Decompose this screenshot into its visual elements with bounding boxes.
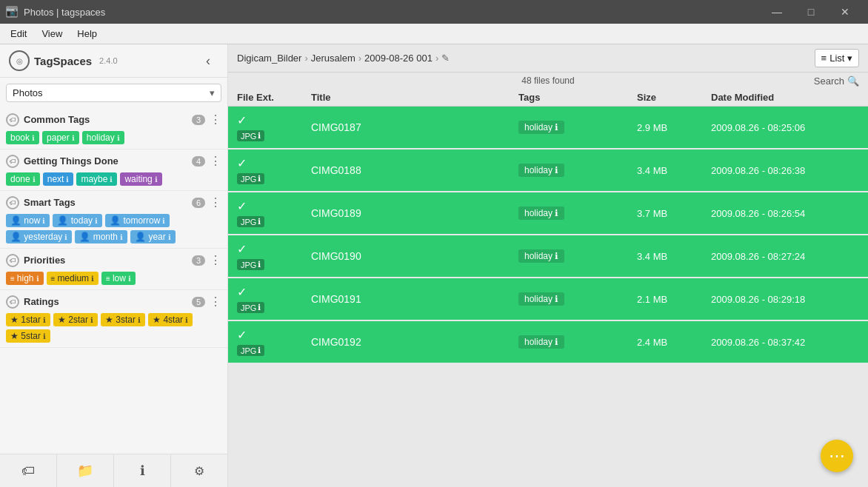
menubar: Edit View Help [0,24,868,44]
tag-holiday[interactable]: holiday ℹ [82,131,124,144]
file-tags: holiday ℹ [518,335,637,349]
smart-tags-list: 👤 now ℹ 👤 today ℹ 👤 tomorrow ℹ 👤 yesterd… [6,214,221,243]
tag-1star[interactable]: ★ 1star ℹ [6,313,50,326]
breadcrumb-jerusalem[interactable]: Jerusalem [311,53,355,64]
breadcrumb-folder[interactable]: 2009-08-26 001 [364,53,433,64]
app-version: 2.4.0 [99,56,117,65]
tag-info-icon: ℹ [555,208,558,218]
table-row[interactable]: ✓ JPG ℹ CIMG0190 holiday ℹ 3.4 MB 2009.0… [228,235,868,277]
tags-tab-button[interactable]: 🏷 [0,454,57,487]
tag-done[interactable]: done ℹ [6,172,40,186]
tag-yesterday[interactable]: 👤 yesterday ℹ [6,230,72,243]
back-button[interactable]: ‹ [198,50,218,71]
column-headers: File Ext. Title Tags Size Date Modified [228,89,868,107]
tag-info-icon: ℹ [117,134,120,142]
menu-view[interactable]: View [34,25,70,42]
tag-info-icon: ℹ [258,260,261,269]
file-list: ✓ JPG ℹ CIMG0187 holiday ℹ 2.9 MB 2009.0… [228,107,868,487]
view-mode-button[interactable]: ≡ List ▾ [815,49,859,67]
table-row[interactable]: ✓ JPG ℹ CIMG0187 holiday ℹ 2.9 MB 2009.0… [228,107,868,148]
file-size: 3.4 MB [637,251,711,262]
smart-tags-count: 6 [192,198,205,208]
file-tags: holiday ℹ [518,164,637,177]
menu-edit[interactable]: Edit [3,25,34,42]
search-icon: 🔍 [847,75,859,87]
tag-info-icon: ℹ [555,251,558,261]
fab-button[interactable]: ⋯ [821,440,853,472]
tag-info-icon: ℹ [555,165,558,175]
tag-now[interactable]: 👤 now ℹ [6,214,50,227]
table-row[interactable]: ✓ JPG ℹ CIMG0189 holiday ℹ 3.7 MB 2009.0… [228,192,868,234]
file-ext-cell: ✓ JPG ℹ [237,328,311,356]
file-count: 48 files found [521,75,574,86]
file-tag: holiday ℹ [518,335,564,349]
tag-info-icon: ℹ [155,175,158,184]
tag-info-icon: ℹ [43,316,46,324]
tag-waiting[interactable]: waiting ℹ [120,172,161,186]
common-tags-group: 🏷 Common Tags 3 ⋮ book ℹ paper ℹ holiday… [0,108,227,150]
ext-badge: JPG ℹ [237,173,264,184]
priorities-tags-list: ≡ high ℹ ≡ medium ℹ ≡ low ℹ [6,272,221,285]
gtd-more-icon[interactable]: ⋮ [210,154,221,168]
check-icon: ✓ [237,156,247,170]
tag-info-icon: ℹ [110,175,113,184]
tag-month[interactable]: 👤 month ℹ [75,230,127,243]
close-button[interactable]: ✕ [828,0,862,24]
info-tab-button[interactable]: ℹ [114,454,171,487]
col-title: Title [311,92,518,103]
table-row[interactable]: ✓ JPG ℹ CIMG0191 holiday ℹ 2.1 MB 2009.0… [228,278,868,320]
tag-paper[interactable]: paper ℹ [42,131,79,144]
tag-4star[interactable]: ★ 4star ℹ [148,313,193,326]
location-name: Photos [13,87,210,98]
ratings-more-icon[interactable]: ⋮ [210,295,221,309]
tag-icon: 🏷 [6,155,19,168]
file-size: 2.9 MB [637,122,711,133]
tag-high[interactable]: ≡ high ℹ [6,272,44,285]
priorities-more-icon[interactable]: ⋮ [210,253,221,267]
app-logo: ◎ TagSpaces 2.4.0 [9,50,198,71]
tag-2star[interactable]: ★ 2star ℹ [53,313,98,326]
table-row[interactable]: ✓ JPG ℹ CIMG0188 holiday ℹ 3.4 MB 2009.0… [228,150,868,191]
fab-icon: ⋯ [829,446,845,466]
priorities-group: 🏷 Priorities 3 ⋮ ≡ high ℹ ≡ medium ℹ ≡ l… [0,249,227,290]
file-date: 2009.08.26 - 08:25:06 [711,122,859,133]
breadcrumb-sep-1: › [304,53,307,64]
smart-tags-more-icon[interactable]: ⋮ [210,195,221,209]
app-name: TagSpaces [34,55,92,67]
tag-3star[interactable]: ★ 3star ℹ [101,313,145,326]
file-size: 3.7 MB [637,208,711,219]
file-date: 2009.08.26 - 08:26:54 [711,208,859,219]
smart-tags-label: Smart Tags [24,197,192,208]
minimize-button[interactable]: — [760,0,794,24]
folder-tab-button[interactable]: 📁 [57,454,114,487]
file-title: CIMG0187 [311,121,518,133]
breadcrumb-digicam[interactable]: Digicam_Bilder [237,53,301,64]
list-icon: ≡ [821,53,827,64]
settings-button[interactable]: ⚙ [171,454,227,487]
col-size: Size [637,92,711,103]
file-ext-cell: ✓ JPG ℹ [237,285,311,313]
tag-low[interactable]: ≡ low ℹ [101,272,136,285]
tag-book[interactable]: book ℹ [6,131,39,144]
tag-info-icon: ℹ [64,233,67,241]
location-selector[interactable]: Photos ▾ [6,84,221,102]
tag-info-icon: ℹ [66,175,69,184]
tag-maybe[interactable]: maybe ℹ [76,172,117,186]
breadcrumb-sep-2: › [358,53,361,64]
tag-tomorrow[interactable]: 👤 tomorrow ℹ [105,214,170,227]
file-tags: holiday ℹ [518,121,637,134]
maximize-button[interactable]: □ [794,0,828,24]
search-area[interactable]: Search 🔍 [814,75,859,87]
file-title: CIMG0190 [311,250,518,262]
file-ext-cell: ✓ JPG ℹ [237,113,311,141]
tag-year[interactable]: 👤 year ℹ [130,230,176,243]
tag-5star[interactable]: ★ 5star ℹ [6,329,50,343]
menu-help[interactable]: Help [70,25,104,42]
common-tags-more-icon[interactable]: ⋮ [210,112,221,127]
edit-path-icon[interactable]: ✎ [441,53,450,64]
tag-next[interactable]: next ℹ [43,172,74,186]
tag-medium[interactable]: ≡ medium ℹ [47,272,99,285]
tag-today[interactable]: 👤 today ℹ [53,214,102,227]
smart-tags-header: 🏷 Smart Tags 6 ⋮ [6,195,221,209]
table-row[interactable]: ✓ JPG ℹ CIMG0192 holiday ℹ 2.4 MB 2009.0… [228,321,868,363]
